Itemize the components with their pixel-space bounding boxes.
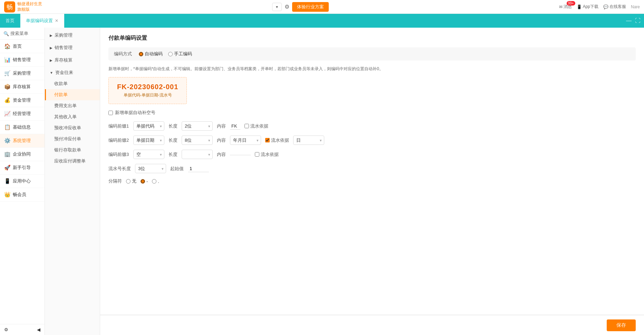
sub-item-adjust[interactable]: 应收应付调整单 (45, 156, 100, 167)
messages-button[interactable]: ✉ 消息 99+ (559, 4, 572, 10)
sep-dash-radio[interactable]: - (141, 179, 148, 184)
sidebar-item-home[interactable]: 🏠 首页 (0, 40, 45, 53)
content3-value (230, 153, 251, 155)
flow3-checkbox-label[interactable]: 流水依据 (255, 151, 279, 158)
sub-group-inventory-title[interactable]: ▶ 库存核算 (45, 55, 100, 66)
sub-item-prepaid-receivable[interactable]: 预收冲应收单 (45, 122, 100, 133)
length3-select-wrap (182, 150, 213, 159)
flow1-checkbox[interactable] (244, 124, 249, 128)
sub-sidebar: ▶ 采购管理 ▶ 销售管理 ▶ 库存核算 ▼ 资金往来 收款单 (45, 28, 100, 335)
app-download-button[interactable]: 📱 App下载 (577, 4, 598, 10)
sidebar-item-operations[interactable]: 📈 经营管理 (0, 107, 45, 121)
minimize-icon[interactable]: — (626, 18, 632, 24)
sub-item-other-income[interactable]: 其他收入单 (45, 111, 100, 122)
sub-group-purchase-title[interactable]: ▶ 采购管理 (45, 30, 100, 41)
sub-group-purchase: ▶ 采购管理 (45, 30, 100, 41)
search-menu[interactable]: 🔍 搜索菜单 (0, 28, 45, 40)
sidebar-collapse-icon[interactable]: ◀ (37, 327, 40, 332)
code-preview-box: FK-20230602-001 单据代码-单据日期-流水号 (108, 77, 187, 104)
trial-button[interactable]: 体验行业方案 (292, 2, 329, 12)
topbar-center: ▾ ⚙ 体验行业方案 (272, 2, 329, 12)
length2-select[interactable]: 8位 (182, 136, 213, 145)
serial-length-select-wrap: 3位 (135, 164, 166, 173)
serial-length-select[interactable]: 3位 (135, 164, 166, 173)
radio-manual[interactable]: 手工编码 (168, 51, 192, 57)
flow3-checkbox[interactable] (255, 152, 259, 157)
encode-radio-group: 自动编码 手工编码 (139, 51, 192, 57)
app-icon: 📱 (577, 4, 582, 9)
baseinfo-icon: 📋 (4, 124, 11, 130)
prefix1-select[interactable]: 单据代码 (133, 121, 164, 131)
sub-group-sales: ▶ 销售管理 (45, 42, 100, 53)
sub-item-expense[interactable]: 费用支出单 (45, 100, 100, 111)
sidebar-item-sales[interactable]: 📊 销售管理 (0, 53, 45, 67)
search-icon: 🔍 (3, 31, 9, 36)
flow2-unit-select-wrap: 日 (293, 136, 324, 145)
save-button[interactable]: 保存 (607, 319, 636, 331)
purchase-icon: 🛒 (4, 70, 11, 76)
sidebar-item-member[interactable]: 👑 畅会员 (0, 188, 45, 202)
content2-select[interactable]: 年月日 (230, 136, 261, 145)
prefix2-select[interactable]: 单据日期 (133, 136, 164, 145)
sidebar-bottom: ⚙ ◀ (0, 324, 45, 335)
bottom-bar: 保存 (100, 315, 644, 335)
sidebar-item-finance[interactable]: 💰 资金管理 (0, 94, 45, 107)
tab-encode-settings[interactable]: 单据编码设置 ✕ (20, 14, 64, 28)
sidebar-item-purchase[interactable]: 🛒 采购管理 (0, 67, 45, 80)
main-layout: 🔍 搜索菜单 🏠 首页 📊 销售管理 🛒 采购管理 📦 库存核算 💰 资金管理 … (0, 28, 644, 335)
sidebar-settings-icon[interactable]: ⚙ (4, 327, 8, 332)
prefix-row-2: 编码前缀2 单据日期 长度 8位 内容 年月日 (108, 136, 636, 145)
serial-start-input[interactable] (188, 165, 209, 172)
settings-icon[interactable]: ⚙ (285, 3, 289, 10)
dropdown-button[interactable]: ▾ (272, 3, 282, 11)
sub-item-bank-deposit[interactable]: 银行存取款单 (45, 145, 100, 156)
sub-item-payment[interactable]: 付款单 (45, 89, 100, 100)
sub-item-receipt[interactable]: 收款单 (45, 78, 100, 89)
online-service-button[interactable]: 💬 在线客服 (603, 4, 626, 10)
sidebar-item-guide[interactable]: 🚀 新手引导 (0, 161, 45, 175)
sidebar-item-system[interactable]: ⚙️ 系统管理 (0, 134, 45, 148)
prefix-row-3: 编码前缀3 空 长度 内容 流水依据 (108, 150, 636, 159)
serial-length-label: 流水号长度 (108, 166, 131, 172)
topbar-right: ✉ 消息 99+ 📱 App下载 💬 在线客服 Nare (559, 4, 640, 10)
flow2-checkbox-label[interactable]: 流水依据 (265, 137, 289, 143)
tab-close-icon[interactable]: ✕ (55, 18, 58, 23)
content3-label: 内容 (217, 151, 226, 158)
flow2-unit-select[interactable]: 日 (293, 136, 324, 145)
maximize-icon[interactable]: ⛶ (635, 18, 641, 24)
enterprise-icon: 🏢 (4, 151, 11, 157)
radio-auto[interactable]: 自动编码 (139, 51, 163, 57)
sep-dot-radio[interactable]: . (152, 179, 159, 184)
flow2-checkbox[interactable] (265, 138, 270, 142)
auto-fill-checkbox-row: 新增单据自动补空号 (108, 110, 636, 116)
inventory-icon: 📦 (4, 84, 11, 90)
sidebar-item-inventory[interactable]: 📦 库存核算 (0, 80, 45, 94)
content2-label: 内容 (217, 137, 226, 143)
sep-none-radio[interactable]: 无 (126, 178, 136, 184)
code-preview-main: FK-20230602-001 (117, 83, 178, 91)
length1-select[interactable]: 2位 (182, 121, 213, 131)
sidebar-item-appcenter[interactable]: 📱 应用中心 (0, 175, 45, 188)
sub-group-sales-title[interactable]: ▶ 销售管理 (45, 42, 100, 53)
serial-section: 流水号长度 3位 起始值 (108, 164, 636, 173)
code-preview-sub: 单据代码-单据日期-流水号 (117, 92, 178, 98)
tab-home[interactable]: 首页 (0, 14, 20, 28)
guide-icon: 🚀 (4, 165, 11, 171)
username-display: Nare (631, 4, 640, 9)
sub-group-capital-title[interactable]: ▼ 资金往来 (45, 67, 100, 78)
serial-start-label: 起始值 (170, 166, 184, 172)
sub-item-prepaid-payable[interactable]: 预付冲应付单 (45, 133, 100, 145)
length3-select[interactable] (182, 150, 213, 159)
prefix1-label: 编码前缀1 (108, 123, 129, 129)
flow1-checkbox-label[interactable]: 流水依据 (244, 123, 268, 129)
sidebar-item-base-info[interactable]: 📋 基础信息 (0, 121, 45, 134)
content2-select-wrap: 年月日 (230, 136, 261, 145)
prefix3-select-wrap: 空 (133, 150, 164, 159)
encode-label: 编码方式 (114, 51, 132, 57)
member-icon: 👑 (4, 192, 11, 198)
prefix3-select[interactable]: 空 (133, 150, 164, 159)
auto-fill-checkbox[interactable] (108, 111, 113, 115)
encode-method-section: 编码方式 自动编码 手工编码 (108, 47, 636, 61)
system-icon: ⚙️ (4, 138, 11, 144)
sidebar-item-enterprise[interactable]: 🏢 企业协同 (0, 148, 45, 161)
